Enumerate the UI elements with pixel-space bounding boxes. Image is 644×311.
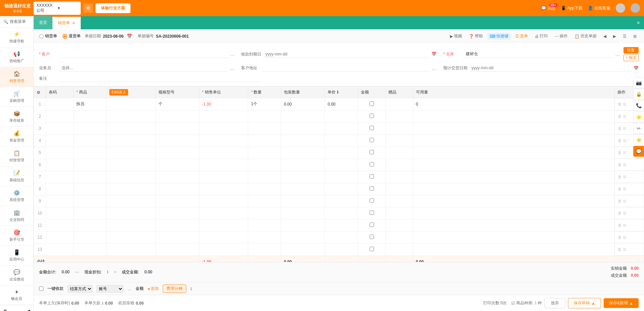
product-cell[interactable]: [73, 110, 106, 122]
barcode-cell[interactable]: [46, 98, 74, 111]
select-btn[interactable]: ☰ 选单: [513, 32, 530, 40]
gift-cell[interactable]: [358, 98, 385, 111]
pkg-qty-cell[interactable]: 1个: [248, 98, 281, 111]
pkg-qty-cell[interactable]: [248, 231, 281, 243]
gift-cell[interactable]: [358, 134, 385, 147]
unit-cell[interactable]: [155, 183, 199, 195]
scan-btn[interactable]: 扫码录入: [109, 89, 128, 95]
product-cell[interactable]: [73, 122, 106, 134]
quantity-cell[interactable]: [199, 183, 248, 195]
product-cell[interactable]: [73, 243, 106, 256]
price-cell[interactable]: [281, 147, 325, 159]
barcode-cell[interactable]: [46, 110, 74, 122]
barcode-cell[interactable]: [46, 243, 74, 256]
barcode-cell[interactable]: [46, 219, 74, 231]
list-view-btn[interactable]: ☰: [621, 33, 629, 40]
delete-icon[interactable]: 🗑: [618, 247, 622, 252]
amount-cell[interactable]: [325, 207, 358, 219]
gift-cell[interactable]: [358, 207, 385, 219]
settings-icon-btn[interactable]: ⚙: [83, 3, 93, 13]
radio-return[interactable]: 退货单: [63, 33, 81, 39]
tab-sales-order[interactable]: 销货单 ✕: [52, 16, 81, 30]
customer-addr-input[interactable]: [262, 65, 430, 72]
right-panel-btn-5[interactable]: ✏: [633, 123, 644, 134]
copy-icon[interactable]: ⧉: [623, 199, 626, 203]
unit-cell[interactable]: [155, 219, 199, 231]
unit-cell[interactable]: [155, 231, 199, 243]
product-cell[interactable]: [73, 159, 106, 171]
sidebar-collapse-icon[interactable]: ◀: [27, 309, 30, 311]
gift-cell[interactable]: [358, 171, 385, 183]
unit-cell[interactable]: [155, 122, 199, 134]
barcode-cell[interactable]: [46, 171, 74, 183]
quantity-cell[interactable]: [199, 110, 248, 122]
sidebar-item-inventory[interactable]: 📦 库存核算: [0, 107, 33, 127]
pkg-qty-cell[interactable]: [248, 122, 281, 134]
info-icon[interactable]: ℹ: [107, 270, 109, 274]
date-value[interactable]: 2023-06-06: [103, 34, 123, 39]
copy-icon[interactable]: ⧉: [623, 114, 626, 119]
save-new-btn[interactable]: 保存&新增 ▲: [604, 298, 639, 308]
product-cell[interactable]: [73, 134, 106, 147]
gift-cell[interactable]: [358, 231, 385, 243]
delete-icon[interactable]: 🗑: [618, 223, 622, 228]
unit-cell[interactable]: [155, 171, 199, 183]
spec-cell[interactable]: [106, 195, 155, 207]
delete-icon[interactable]: 🗑: [618, 235, 622, 240]
price-cell[interactable]: [281, 171, 325, 183]
quantity-cell[interactable]: [199, 122, 248, 134]
spec-cell[interactable]: [106, 110, 155, 122]
tab-close-icon[interactable]: ✕: [72, 21, 75, 26]
sidebar-settings-icon[interactable]: ⚙: [3, 309, 7, 311]
price-cell[interactable]: [281, 219, 325, 231]
avatar-2[interactable]: [631, 3, 640, 13]
barcode-cell[interactable]: [46, 231, 74, 243]
amount-cell[interactable]: [325, 243, 358, 256]
account-select[interactable]: 账号: [97, 285, 123, 293]
online-service-btn[interactable]: 👤 在线客服: [588, 5, 610, 11]
pkg-qty-cell[interactable]: [248, 195, 281, 207]
calendar-icon[interactable]: 📅: [125, 33, 134, 39]
discard-btn[interactable]: 放弃: [544, 298, 565, 308]
shortcut-btn[interactable]: ⌨ 快捷键: [488, 33, 510, 40]
expected-date-input[interactable]: [469, 65, 632, 72]
col-settings[interactable]: ⚙: [34, 87, 46, 98]
logistics-btn[interactable]: + 物流: [623, 54, 639, 61]
quantity-cell[interactable]: [199, 207, 248, 219]
copy-icon[interactable]: ⧉: [623, 223, 626, 228]
spec-cell[interactable]: [106, 147, 155, 159]
delete-icon[interactable]: 🗑: [618, 174, 622, 179]
barcode-cell[interactable]: [46, 195, 74, 207]
unit-cell[interactable]: [155, 207, 199, 219]
notes-cell[interactable]: [385, 183, 413, 195]
notes-cell[interactable]: [385, 147, 413, 159]
unit-cell[interactable]: [155, 159, 199, 171]
spec-cell[interactable]: [106, 183, 155, 195]
gift-cell[interactable]: [358, 122, 385, 134]
amount-cell[interactable]: [325, 171, 358, 183]
customer-addr-ellipsis-btn[interactable]: …: [432, 66, 437, 71]
product-cell[interactable]: [73, 219, 106, 231]
amount-cell[interactable]: [325, 134, 358, 147]
gift-cell[interactable]: [358, 183, 385, 195]
salesperson-ellipsis-btn[interactable]: …: [230, 66, 234, 71]
spec-cell[interactable]: [106, 219, 155, 231]
warehouse-ellipsis-btn[interactable]: …: [615, 51, 620, 57]
delete-icon[interactable]: 🗑: [618, 187, 622, 191]
pkg-qty-cell[interactable]: [248, 207, 281, 219]
pkg-qty-cell[interactable]: [248, 219, 281, 231]
pkg-qty-cell[interactable]: [248, 147, 281, 159]
sidebar-item-basic-info[interactable]: 📝 基础信息: [0, 166, 33, 186]
amount-cell[interactable]: [325, 147, 358, 159]
spec-cell[interactable]: [106, 159, 155, 171]
sidebar-item-system[interactable]: ⚙️ 系统管理: [0, 186, 33, 206]
delete-icon[interactable]: 🗑: [618, 138, 622, 143]
product-cell[interactable]: [73, 207, 106, 219]
copy-icon[interactable]: ⧉: [623, 162, 626, 167]
quantity-cell[interactable]: [199, 243, 248, 256]
notes-cell[interactable]: [385, 98, 413, 111]
barcode-cell[interactable]: [46, 147, 74, 159]
notes-cell[interactable]: [385, 219, 413, 231]
copy-icon[interactable]: ⧉: [623, 247, 626, 252]
quantity-cell[interactable]: [199, 159, 248, 171]
